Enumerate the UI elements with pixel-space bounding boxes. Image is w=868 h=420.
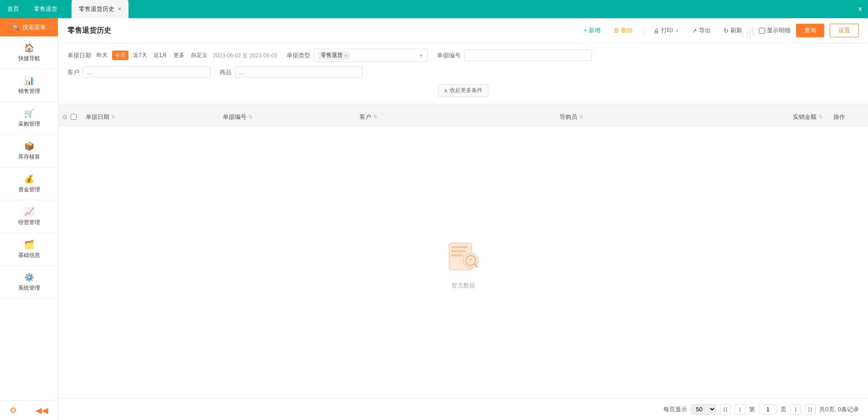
search-icon: 🔍: [12, 24, 20, 31]
system-icon: ⚙️: [24, 272, 34, 282]
col-number: 单据编号 ⇅: [217, 113, 354, 121]
date-more[interactable]: 更多: [172, 51, 186, 60]
sidebar-item-operations[interactable]: 📈 经营管理: [0, 200, 58, 233]
doc-type-filter: 单据类型 零售退货 × ▼: [287, 49, 428, 62]
content-area: 零售退货历史 + 新增 🗑 删除 🖨 🖨 打印 打印 ▼ ↗ 导出 ↻ 刷新: [58, 18, 868, 420]
export-icon: ↗: [692, 27, 697, 34]
sidebar-item-purchase[interactable]: 🛒 采购管理: [0, 102, 58, 135]
sidebar-search[interactable]: 🔍 搜索菜单: [0, 18, 58, 36]
display-detail-checkbox[interactable]: 显示明细: [759, 26, 791, 35]
date-range-display: 2023-06-02 至 2023-06-02: [213, 52, 277, 60]
table-area: ⚙ 单据日期 ⇅ 单据编号 ⇅ 客户 ⇅ 导购员 ⇅: [58, 108, 868, 398]
svg-rect-3: [451, 254, 463, 256]
tab-retail-return-close[interactable]: ×: [61, 6, 64, 12]
doc-number-input[interactable]: [464, 50, 592, 61]
svg-rect-2: [451, 250, 466, 252]
empty-state: ? 暂无数据: [443, 235, 484, 290]
sort-customer-icon[interactable]: ⇅: [373, 114, 377, 120]
export-button[interactable]: ↗ 导出: [688, 25, 714, 36]
tab-retail-return-history[interactable]: 零售退货历史 ×: [72, 0, 128, 18]
date-today[interactable]: 今天: [112, 51, 128, 60]
date-shortcuts: 昨天 今天 近7天 近1月 更多 自定义: [95, 51, 209, 60]
prev-page-btn[interactable]: ⟨: [734, 404, 745, 415]
sidebar-item-quicknav[interactable]: 🏠 快捷导航: [0, 36, 58, 69]
per-page-select[interactable]: 50 10 20 100: [691, 404, 716, 415]
sidebar-item-sales[interactable]: 📊 销售管理: [0, 69, 58, 102]
doc-number-label: 单据编号: [437, 51, 461, 60]
audio-bottom-btn[interactable]: ◀◀: [36, 405, 48, 415]
customer-input[interactable]: [83, 67, 211, 78]
doc-type-select[interactable]: 零售退货 × ▼: [314, 49, 428, 62]
sidebar-item-label: 快捷导航: [18, 55, 40, 62]
col-guide: 导购员 ⇅: [554, 113, 691, 121]
tab-retail-return[interactable]: 零售退货 ×: [26, 0, 72, 18]
collapse-button[interactable]: ∧ 收起更多条件: [438, 84, 488, 97]
date-1month[interactable]: 近1月: [152, 51, 169, 60]
tab-home[interactable]: 首页: [0, 0, 26, 18]
display-detail-input[interactable]: [759, 28, 765, 34]
date-7days[interactable]: 近7天: [131, 51, 149, 60]
sidebar-item-label: 系统管理: [18, 284, 40, 292]
sort-number-icon[interactable]: ⇅: [248, 114, 252, 120]
operations-icon: 📈: [24, 207, 34, 217]
sort-amount-icon[interactable]: ⇅: [818, 114, 822, 120]
date-yesterday[interactable]: 昨天: [95, 51, 109, 60]
col-action: 操作: [828, 113, 864, 121]
setting-button[interactable]: 设置: [830, 24, 859, 37]
new-button[interactable]: + 新增: [580, 25, 604, 36]
sidebar-item-label: 资金管理: [18, 186, 40, 194]
print-button[interactable]: 🖨 🖨 打印 打印 ▼: [650, 25, 683, 36]
sidebar-item-basic-info[interactable]: 🗂️ 基础信息: [0, 233, 58, 266]
next-page-btn[interactable]: ⟩: [790, 404, 801, 415]
select-all-checkbox[interactable]: [71, 114, 77, 120]
inventory-icon: 📦: [24, 141, 34, 151]
doc-type-tag: 零售退货 ×: [318, 51, 350, 60]
pagination: 每页显示 50 10 20 100 ⟨⟨ ⟨ 第 页 ⟩ ⟩⟩ 共0页, 0条记…: [58, 398, 868, 420]
sidebar-item-system[interactable]: ⚙️ 系统管理: [0, 266, 58, 299]
page-input[interactable]: [759, 405, 777, 414]
sort-guide-icon[interactable]: ⇅: [579, 114, 583, 120]
sidebar: 🔍 搜索菜单 🏠 快捷导航 📊 销售管理 🛒 采购管理 📦 库存核算 💰 资金管…: [0, 18, 58, 420]
svg-text:?: ?: [468, 258, 471, 263]
sidebar-item-label: 销售管理: [18, 87, 40, 95]
refresh-button[interactable]: ↻ 刷新: [720, 25, 746, 36]
page-label: 第: [749, 405, 755, 414]
finance-icon: 💰: [24, 174, 34, 184]
goods-input[interactable]: [235, 67, 363, 78]
query-button[interactable]: 查询: [796, 24, 824, 37]
doc-number-filter: 单据编号: [437, 50, 592, 61]
customer-filter: 客户: [67, 67, 211, 78]
last-page-btn[interactable]: ⟩⟩: [805, 404, 816, 415]
sidebar-item-inventory[interactable]: 📦 库存核算: [0, 135, 58, 168]
filter-row-1: 单据日期 昨天 今天 近7天 近1月 更多 自定义 2023-06-02 至 2…: [67, 49, 859, 62]
print-icon: 🖨: [653, 27, 659, 34]
sort-date-icon[interactable]: ⇅: [111, 114, 115, 120]
doc-type-tag-close[interactable]: ×: [344, 53, 347, 58]
date-custom[interactable]: 自定义: [189, 51, 209, 60]
sidebar-search-label: 搜索菜单: [22, 23, 46, 31]
toolbar: + 新增 🗑 删除 🖨 🖨 打印 打印 ▼ ↗ 导出 ↻ 刷新: [580, 24, 859, 37]
sidebar-item-label: 基础信息: [18, 251, 40, 259]
filter-area: 单据日期 昨天 今天 近7天 近1月 更多 自定义 2023-06-02 至 2…: [58, 43, 868, 104]
first-page-btn[interactable]: ⟨⟨: [720, 404, 731, 415]
settings-col-icon[interactable]: ⚙: [62, 113, 68, 121]
top-bar: 首页 零售退货 × 零售退货历史 × ×: [0, 0, 868, 18]
collapse-icon: ∧: [444, 87, 448, 94]
sidebar-item-finance[interactable]: 💰 资金管理: [0, 168, 58, 200]
chevron-down-icon: ▼: [419, 53, 424, 58]
divider: [643, 27, 643, 34]
customer-label: 客户: [67, 68, 79, 77]
delete-button[interactable]: 🗑 删除: [610, 25, 637, 36]
tab-retail-return-history-close[interactable]: ×: [118, 6, 121, 12]
filter-row-2: 客户 商品: [67, 67, 859, 78]
table-body: ? 暂无数据: [58, 126, 868, 398]
divider2: [752, 27, 753, 34]
sales-icon: 📊: [24, 76, 34, 86]
doc-type-label: 单据类型: [287, 51, 310, 60]
settings-bottom-btn[interactable]: ⚙: [10, 405, 17, 415]
sidebar-item-label: 经营管理: [18, 219, 40, 226]
page-title: 零售退货历史: [67, 26, 111, 36]
window-close-button[interactable]: ×: [858, 5, 863, 14]
sidebar-bottom: ⚙ ◀◀: [0, 400, 58, 420]
page-unit: 页: [781, 405, 786, 414]
